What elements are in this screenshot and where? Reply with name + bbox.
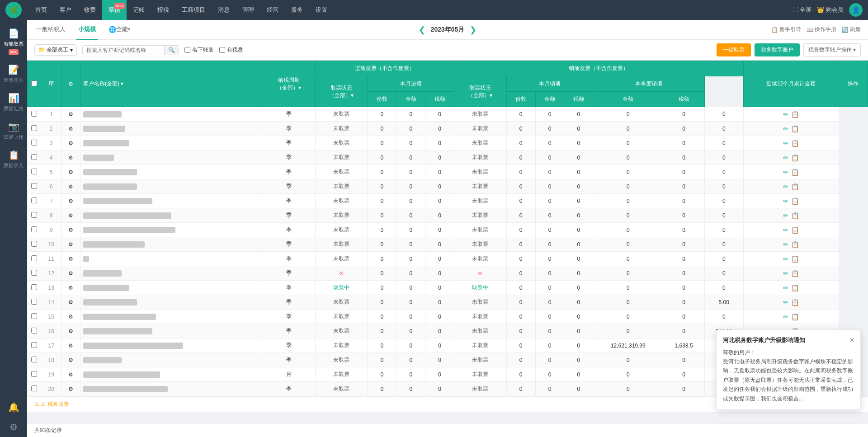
edit-icon[interactable]: ✏ <box>783 284 788 291</box>
row-settings[interactable]: ⚙ <box>61 223 80 237</box>
copy-icon[interactable]: 📋 <box>791 197 799 205</box>
nav-manage[interactable]: 管理 <box>236 0 260 20</box>
row-checkbox[interactable] <box>31 154 37 160</box>
copy-icon[interactable]: 📋 <box>791 226 799 234</box>
copy-icon[interactable]: 📋 <box>791 313 799 320</box>
row-checkbox[interactable] <box>31 313 37 319</box>
row-checkbox[interactable] <box>31 357 37 362</box>
row-checkbox[interactable] <box>31 241 37 247</box>
nav-home[interactable]: 首页 <box>29 0 53 20</box>
tab-small-scale[interactable]: 小规模 <box>76 20 98 40</box>
edit-icon[interactable]: ✏ <box>783 299 788 306</box>
edit-icon[interactable]: ✏ <box>783 183 788 190</box>
row-settings[interactable]: ⚙ <box>61 122 80 136</box>
copy-icon[interactable]: 📋 <box>791 270 799 277</box>
row-settings[interactable]: ⚙ <box>61 281 80 295</box>
digital-ops-btn[interactable]: 税务数字账户操作 ▾ <box>803 43 861 56</box>
row-checkbox[interactable] <box>31 183 37 189</box>
row-checkbox[interactable] <box>31 111 37 117</box>
nav-business[interactable]: 工商项目 <box>175 0 212 20</box>
th-fetch-status-out[interactable]: 取票状态（全部）▾ <box>454 76 507 107</box>
tab-general-taxpayer[interactable]: 一般纳税人 <box>34 20 67 40</box>
row-settings[interactable]: ⚙ <box>61 252 80 266</box>
edit-icon[interactable]: ✏ <box>783 270 788 277</box>
avatar[interactable]: 👤 <box>849 3 863 17</box>
edit-icon[interactable]: ✏ <box>783 313 788 320</box>
manual-btn[interactable]: 📖 操作手册 <box>807 26 836 33</box>
edit-icon[interactable]: ✏ <box>783 140 788 147</box>
guide-btn[interactable]: 📋 新手引导 <box>771 26 801 33</box>
copy-icon[interactable]: 📋 <box>791 169 799 176</box>
app-logo[interactable]: 🌿 <box>5 2 22 18</box>
edit-icon[interactable]: ✏ <box>783 212 788 219</box>
edit-icon[interactable]: ✏ <box>783 197 788 205</box>
row-checkbox[interactable] <box>31 342 37 348</box>
nav-ticket[interactable]: 票据new <box>102 0 127 20</box>
tab-all[interactable]: 🌐 全能 ▾ <box>107 20 132 40</box>
edit-icon[interactable]: ✏ <box>783 169 788 176</box>
copy-icon[interactable]: 📋 <box>791 183 799 190</box>
sidebar-entry[interactable]: 📋 票据录入 <box>0 145 27 174</box>
row-checkbox[interactable] <box>31 385 37 391</box>
date-next-btn[interactable]: ❯ <box>470 25 476 35</box>
row-settings[interactable]: ⚙ <box>61 136 80 150</box>
row-settings[interactable]: ⚙ <box>61 107 80 122</box>
nav-operation[interactable]: 经营 <box>260 0 285 20</box>
edit-icon[interactable]: ✏ <box>783 241 788 248</box>
nav-tax[interactable]: 报税 <box>151 0 175 20</box>
edit-icon[interactable]: ✏ <box>783 125 788 132</box>
checkbox-taxpad[interactable]: 有税盘 <box>219 46 243 54</box>
row-checkbox[interactable] <box>31 197 37 203</box>
sidebar-scan[interactable]: 📷 扫描上传 <box>0 117 27 145</box>
copy-icon[interactable]: 📋 <box>791 299 799 306</box>
row-settings[interactable]: ⚙ <box>61 367 80 382</box>
vip-btn[interactable]: 👑 购会员 <box>817 6 844 14</box>
row-checkbox[interactable] <box>31 125 37 131</box>
row-checkbox[interactable] <box>31 140 37 146</box>
th-client-name[interactable]: 客户名称(全部) ▾ <box>80 61 263 107</box>
sidebar-notification[interactable]: 🔔 <box>8 397 19 417</box>
row-settings[interactable]: ⚙ <box>61 208 80 223</box>
digital-account-btn[interactable]: 税务数字账户 <box>755 43 800 56</box>
th-settings[interactable]: ⚙ <box>61 61 80 107</box>
copy-icon[interactable]: 📋 <box>791 111 799 118</box>
row-checkbox[interactable] <box>31 255 37 261</box>
th-fetch-status-in[interactable]: 取票状态（全部）▾ <box>315 76 368 107</box>
row-checkbox[interactable] <box>31 328 37 334</box>
copy-icon[interactable]: 📋 <box>791 140 799 147</box>
row-settings[interactable]: ⚙ <box>61 295 80 310</box>
copy-icon[interactable]: 📋 <box>791 212 799 219</box>
notification-close-btn[interactable]: × <box>850 336 854 344</box>
nav-setting[interactable]: 设置 <box>309 0 334 20</box>
row-settings[interactable]: ⚙ <box>61 179 80 194</box>
date-prev-btn[interactable]: ❮ <box>419 25 425 35</box>
row-checkbox[interactable] <box>31 270 37 276</box>
edit-icon[interactable]: ✏ <box>783 111 788 118</box>
row-checkbox[interactable] <box>31 284 37 290</box>
select-all-checkbox[interactable] <box>31 80 37 86</box>
sidebar-summary[interactable]: 📊 票据汇总 <box>0 88 27 117</box>
row-settings[interactable]: ⚙ <box>61 165 80 179</box>
edit-icon[interactable]: ✏ <box>783 226 788 234</box>
sidebar-smart-ticket[interactable]: 📄 智能取票 new <box>0 23 27 60</box>
row-settings[interactable]: ⚙ <box>61 310 80 324</box>
checkbox-account-input[interactable] <box>184 47 190 53</box>
copy-icon[interactable]: 📋 <box>791 241 799 248</box>
sidebar-settings[interactable]: ⚙ <box>8 417 19 437</box>
employee-filter[interactable]: 📁 全部员工 ▾ <box>34 44 77 56</box>
copy-icon[interactable]: 📋 <box>791 154 799 161</box>
nav-accounting[interactable]: 记账 <box>127 0 151 20</box>
row-settings[interactable]: ⚙ <box>61 324 80 338</box>
edit-icon[interactable]: ✏ <box>783 154 788 161</box>
nav-message[interactable]: 消息 <box>212 0 236 20</box>
th-tax-period[interactable]: 纳税周期（全部）▾ <box>263 61 316 107</box>
row-checkbox[interactable] <box>31 212 37 218</box>
row-checkbox[interactable] <box>31 299 37 305</box>
row-settings[interactable]: ⚙ <box>61 338 80 353</box>
copy-icon[interactable]: 📋 <box>791 284 799 291</box>
search-button[interactable]: 🔍 <box>164 46 179 55</box>
fullscreen-btn[interactable]: ⛶ 全屏 <box>793 6 812 14</box>
checkbox-taxpad-input[interactable] <box>219 47 225 53</box>
one-click-ticket-btn[interactable]: 一键取票 <box>717 43 751 56</box>
row-settings[interactable]: ⚙ <box>61 237 80 252</box>
